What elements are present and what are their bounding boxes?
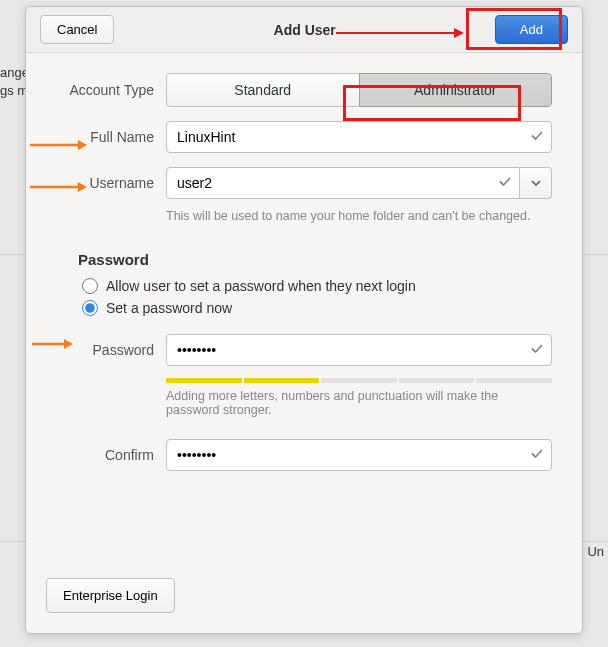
username-label: Username	[46, 175, 166, 191]
confirm-label: Confirm	[46, 447, 166, 463]
radio-allow-later-input[interactable]	[82, 278, 98, 294]
password-label: Password	[46, 342, 166, 358]
username-input[interactable]	[166, 167, 520, 199]
full-name-label: Full Name	[46, 129, 166, 145]
account-type-label: Account Type	[46, 82, 166, 98]
confirm-row: Confirm	[46, 439, 552, 471]
password-help: Adding more letters, numbers and punctua…	[166, 389, 552, 417]
confirm-input[interactable]	[166, 439, 552, 471]
radio-allow-later-label: Allow user to set a password when they n…	[106, 278, 416, 294]
full-name-input[interactable]	[166, 121, 552, 153]
administrator-option[interactable]: Administrator	[359, 73, 553, 107]
username-row: Username	[46, 167, 552, 199]
radio-set-now[interactable]: Set a password now	[82, 300, 552, 316]
dialog-title: Add User	[274, 22, 336, 38]
add-user-dialog: Cancel Add User Add Account Type Standar…	[25, 6, 583, 634]
add-button[interactable]: Add	[495, 15, 568, 44]
radio-set-now-label: Set a password now	[106, 300, 232, 316]
background-text: Un	[583, 535, 608, 569]
account-type-row: Account Type Standard Administrator	[46, 73, 552, 107]
full-name-row: Full Name	[46, 121, 552, 153]
enterprise-login-button[interactable]: Enterprise Login	[46, 578, 175, 613]
username-dropdown[interactable]	[520, 167, 552, 199]
chevron-down-icon	[531, 180, 541, 186]
radio-set-now-input[interactable]	[82, 300, 98, 316]
password-strength-bar	[166, 378, 552, 383]
dialog-header: Cancel Add User Add	[26, 7, 582, 53]
radio-allow-later[interactable]: Allow user to set a password when they n…	[82, 278, 552, 294]
standard-option[interactable]: Standard	[166, 73, 359, 107]
password-section-title: Password	[78, 251, 552, 268]
cancel-button[interactable]: Cancel	[40, 15, 114, 44]
dialog-content: Account Type Standard Administrator Full…	[26, 53, 582, 633]
password-input[interactable]	[166, 334, 552, 366]
account-type-toggle: Standard Administrator	[166, 73, 552, 107]
username-help: This will be used to name your home fold…	[166, 209, 530, 223]
password-row: Password	[46, 334, 552, 366]
